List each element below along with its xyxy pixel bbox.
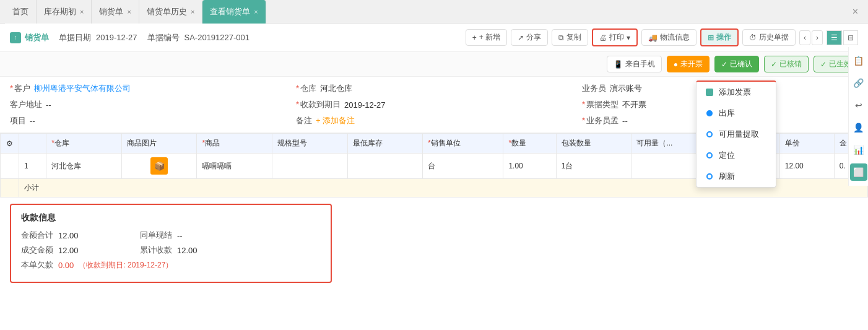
col-settings[interactable]: ⚙ (1, 134, 19, 154)
sidebar-icon-4[interactable]: 👤 (850, 119, 867, 136)
confirm-button[interactable]: ✓ 已确认 (714, 56, 759, 72)
sales-staff-value: -- (622, 116, 628, 126)
col-sales-unit: *销售单位 (423, 134, 503, 154)
sidebar-icon-2[interactable]: 🔗 (850, 74, 867, 92)
transaction-value: 12.00 (58, 246, 79, 255)
summary-title: 收款信息 (21, 212, 321, 224)
same-order-label: 同单现结 (140, 230, 172, 241)
tab-sales-order-close[interactable]: × (127, 8, 131, 15)
share-button[interactable]: ↗ 分享 (511, 29, 548, 46)
not-opened-button[interactable]: ● 未开票 (667, 56, 710, 72)
cell-settings[interactable] (1, 154, 19, 179)
logistics-button[interactable]: 🚚 物流信息 (641, 29, 697, 46)
doc-type-label: 销货单 (25, 32, 49, 43)
cell-pack-qty: 1台 (556, 154, 631, 179)
col-rownum (19, 134, 46, 154)
tab-sales-order[interactable]: 销货单 × (92, 0, 139, 24)
tab-bar: 首页 库存期初 × 销货单 × 销货单历史 × 查看销货单 × × (0, 0, 868, 24)
location-label: 定位 (719, 150, 735, 161)
nav-arrows: ‹ › (799, 30, 823, 45)
sidebar-icon-1[interactable]: 📋 (850, 52, 867, 69)
location-icon (705, 151, 714, 160)
staff-label: 业务员 (582, 83, 606, 94)
dropdown-available-qty[interactable]: 可用量提取 (697, 124, 776, 145)
cell-sales-unit: 台 (423, 154, 503, 179)
sidebar-icon-6[interactable]: ⬜ (850, 163, 867, 181)
summary-row-2: 成交金额 12.00 累计收款 12.00 (21, 245, 321, 256)
cell-quantity: 1.00 (503, 154, 556, 179)
check-icon: ✓ (721, 60, 727, 69)
dropdown-refresh[interactable]: 刷新 (697, 166, 776, 187)
project-value: -- (30, 116, 35, 126)
cell-product-img: 📦 (121, 154, 197, 179)
customer-label: 客户 (10, 83, 30, 94)
effective-icon: ✓ (820, 60, 827, 69)
tab-inventory-init[interactable]: 库存期初 × (37, 0, 92, 24)
tab-sales-history[interactable]: 销货单历史 × (139, 0, 202, 24)
sidebar-icon-5[interactable]: 📊 (850, 141, 867, 158)
doc-meta: 单据日期 2019-12-27 单据编号 SA-20191227-001 (59, 32, 250, 43)
tab-inventory-init-label: 库存期初 (44, 6, 76, 17)
tab-sales-history-label: 销货单历史 (147, 6, 187, 17)
add-invoice-icon (705, 88, 714, 97)
add-note-button[interactable]: 添加备注 (316, 115, 355, 126)
due-date-field: 收款到期日 2019-12-27 (296, 99, 572, 110)
due-date-value: 2019-12-27 (344, 100, 386, 110)
ticket-type-label: 票据类型 (582, 99, 618, 110)
operation-button[interactable]: ⊞ 操作 (700, 28, 739, 46)
action-row: 📱 来自手机 ● 未开票 ✓ 已确认 ✓ 已核销 ✓ 已生效 (0, 52, 868, 77)
note-label: 备注 (296, 115, 312, 126)
same-order-field: 同单现结 -- (140, 230, 239, 241)
doc-type-icon: ↑ (10, 32, 21, 43)
balance-value: 0.00 (58, 261, 74, 270)
phone-icon: 📱 (614, 60, 623, 69)
tab-home[interactable]: 首页 (5, 0, 37, 24)
tab-inventory-init-close[interactable]: × (80, 8, 84, 15)
copy-button[interactable]: ⧉ 复制 (552, 29, 588, 46)
operation-dropdown: 添加发票 出库 可用量提取 定位 刷新 (696, 80, 776, 188)
prev-button[interactable]: ‹ (799, 30, 810, 45)
tab-sales-order-label: 销货单 (99, 6, 123, 17)
dropdown-add-invoice[interactable]: 添加发票 (697, 82, 776, 103)
due-date-label: 收款到期日 (296, 99, 341, 110)
cell-rownum: 1 (19, 154, 46, 179)
col-spec: 规格型号 (272, 134, 347, 154)
refresh-icon (705, 172, 714, 181)
col-min-stock: 最低库存 (347, 134, 423, 154)
doc-date-label: 单据日期 2019-12-27 (59, 32, 137, 43)
print-button[interactable]: 🖨 打印 ▾ (592, 28, 638, 46)
project-label: 项目 (10, 115, 26, 126)
share-icon: ↗ (518, 33, 524, 42)
sidebar-icon-3[interactable]: ↩ (850, 97, 867, 114)
total-field: 金额合计 12.00 (21, 230, 120, 241)
sales-staff-label: 业务员孟 (582, 115, 618, 126)
dropdown-outbound[interactable]: 出库 (697, 103, 776, 124)
cell-warehouse: 河北仓库 (46, 154, 122, 179)
dropdown-location[interactable]: 定位 (697, 145, 776, 166)
add-invoice-label: 添加发票 (719, 87, 751, 98)
total-value: 12.00 (58, 231, 79, 240)
cumulative-value: 12.00 (177, 246, 197, 255)
customer-value[interactable]: 柳州粤港平安气体有限公司 (34, 83, 131, 94)
history-icon: ⏱ (749, 33, 757, 42)
window-close-button[interactable]: × (848, 6, 863, 17)
outbound-label: 出库 (719, 108, 735, 119)
tab-view-sales[interactable]: 查看销货单 × (202, 0, 266, 24)
col-pack-qty: 包装数量 (556, 134, 631, 154)
history-button[interactable]: ⏱ 历史单据 (742, 29, 796, 46)
next-button[interactable]: › (812, 30, 823, 45)
toolbar: + + 新增 ↗ 分享 ⧉ 复制 🖨 打印 ▾ 🚚 物流信息 ⊞ (466, 28, 858, 46)
warehouse-label: 仓库 (296, 83, 316, 94)
same-order-value: -- (177, 231, 183, 240)
tab-sales-history-close[interactable]: × (191, 8, 194, 15)
product-img-icon: 📦 (154, 161, 165, 171)
warehouse-value: 河北仓库 (320, 83, 352, 94)
customer-field: 客户 柳州粤港平安气体有限公司 (10, 83, 286, 94)
cell-product: 嗝嗝嗝嗝 (197, 154, 272, 179)
new-button[interactable]: + + 新增 (466, 29, 507, 46)
from-phone-button[interactable]: 📱 来自手机 (607, 56, 662, 72)
view-grid-button[interactable]: ⊟ (843, 30, 858, 45)
truck-icon: 🚚 (648, 33, 658, 42)
view-list-button[interactable]: ☰ (827, 30, 842, 45)
tab-view-sales-close[interactable]: × (254, 8, 258, 15)
